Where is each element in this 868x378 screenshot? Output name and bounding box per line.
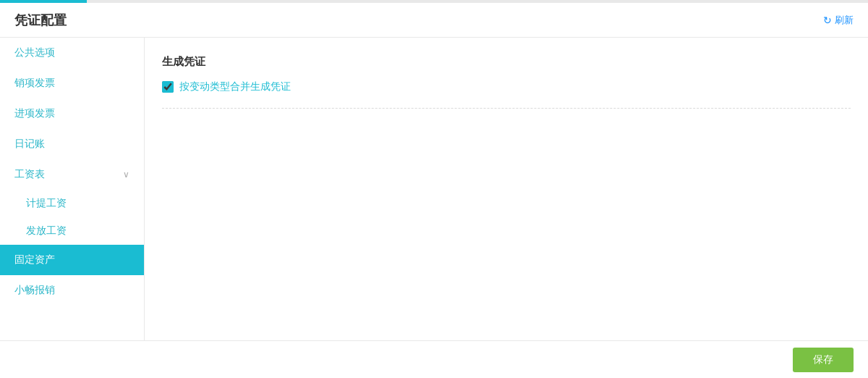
merge-by-type-checkbox[interactable]	[162, 81, 174, 93]
sidebar-item-label-journal: 日记账	[14, 138, 45, 151]
section-divider	[162, 108, 851, 109]
sidebar: 公共选项销项发票进项发票日记账工资表∨计提工资发放工资固定资产小畅报销	[0, 38, 145, 340]
merge-by-type-label[interactable]: 按变动类型合并生成凭证	[179, 80, 291, 93]
save-button[interactable]: 保存	[793, 348, 854, 372]
content-area: 生成凭证 按变动类型合并生成凭证	[145, 38, 868, 340]
bottom-bar: 保存	[0, 340, 868, 378]
refresh-icon: ↻	[823, 14, 832, 26]
section-title: 生成凭证	[162, 55, 851, 69]
chevron-down-icon: ∨	[123, 169, 129, 180]
merge-voucher-row: 按变动类型合并生成凭证	[162, 80, 851, 93]
sidebar-item-accrued-salary[interactable]: 计提工资	[0, 190, 144, 217]
top-tab-bar	[0, 0, 868, 3]
sidebar-item-label-expense-reimbursement: 小畅报销	[14, 284, 55, 297]
header: 凭证配置 ↻ 刷新	[0, 3, 868, 38]
sidebar-item-label-fixed-assets: 固定资产	[14, 253, 55, 266]
sidebar-item-label-sales-invoice: 销项发票	[14, 77, 55, 90]
sidebar-item-label-public-options: 公共选项	[14, 46, 55, 59]
sidebar-item-public-options[interactable]: 公共选项	[0, 38, 144, 68]
sidebar-item-label-purchase-invoice: 进项发票	[14, 107, 55, 120]
sidebar-item-purchase-invoice[interactable]: 进项发票	[0, 98, 144, 129]
page-title: 凭证配置	[14, 12, 67, 29]
active-tab-indicator	[0, 0, 87, 3]
sidebar-item-fixed-assets[interactable]: 固定资产	[0, 245, 144, 275]
sidebar-item-payroll-table[interactable]: 工资表∨	[0, 159, 144, 190]
refresh-label: 刷新	[835, 14, 854, 27]
sidebar-item-label-payroll-table: 工资表	[14, 168, 45, 181]
refresh-button[interactable]: ↻ 刷新	[823, 14, 854, 27]
sidebar-item-journal[interactable]: 日记账	[0, 129, 144, 159]
sidebar-item-pay-salary[interactable]: 发放工资	[0, 217, 144, 245]
main-container: 公共选项销项发票进项发票日记账工资表∨计提工资发放工资固定资产小畅报销 生成凭证…	[0, 38, 868, 340]
sidebar-item-expense-reimbursement[interactable]: 小畅报销	[0, 275, 144, 306]
sidebar-item-sales-invoice[interactable]: 销项发票	[0, 68, 144, 98]
